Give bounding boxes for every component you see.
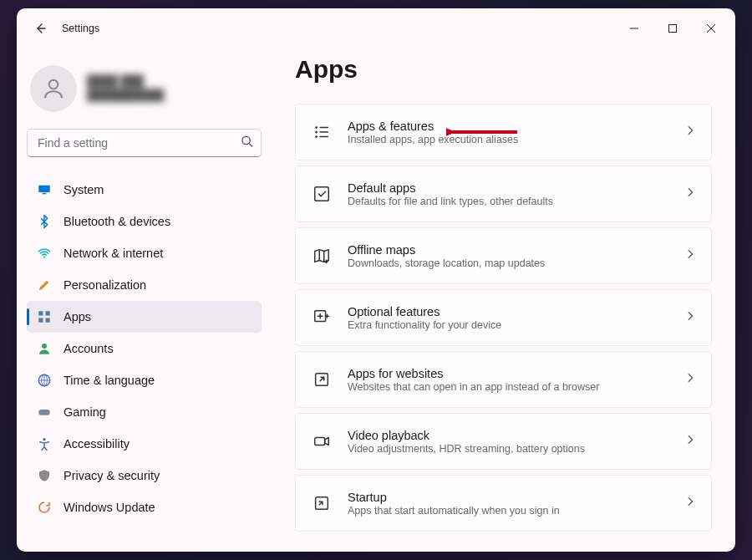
main-panel: Apps Apps & features Installed apps, app…: [272, 48, 735, 552]
card-desc: Installed apps, app execution aliases: [348, 134, 684, 145]
card-title: Optional features: [348, 305, 684, 318]
shield-icon: [37, 468, 52, 483]
card-desc: Defaults for file and link types, other …: [348, 196, 684, 207]
settings-window: Settings ██: [17, 8, 735, 552]
card-title: Apps & features: [348, 120, 684, 133]
minimize-button[interactable]: [615, 15, 653, 42]
video-icon: [311, 430, 333, 452]
maximize-icon: [668, 24, 677, 33]
card-desc: Video adjustments, HDR streaming, batter…: [348, 443, 684, 455]
svg-rect-0: [669, 25, 677, 33]
card-title: Default apps: [348, 181, 684, 195]
list-icon: [311, 121, 333, 143]
svg-rect-13: [38, 410, 50, 415]
card-text: Startup Apps that start automatically wh…: [348, 491, 684, 517]
chevron-right-icon: [684, 186, 696, 201]
chevron-right-icon: [684, 310, 696, 325]
sidebar-item-windows-update[interactable]: Windows Update: [27, 491, 262, 523]
sidebar-item-label: Personalization: [64, 278, 146, 292]
card-title: Apps for websites: [348, 367, 684, 380]
window-title: Settings: [62, 23, 99, 34]
svg-rect-19: [315, 187, 329, 201]
svg-point-1: [49, 80, 58, 89]
svg-rect-22: [315, 437, 325, 445]
card-title: Startup: [348, 491, 684, 504]
minimize-icon: [630, 24, 638, 33]
card-text: Offline maps Downloads, storage location…: [348, 243, 684, 269]
check-square-icon: [311, 183, 333, 205]
svg-rect-4: [43, 193, 47, 195]
card-apps-for-websites[interactable]: Apps for websites Websites that can open…: [295, 351, 712, 408]
content-area: ████ ███ ██████████ System Bluetooth & d…: [17, 48, 735, 552]
card-text: Apps for websites Websites that can open…: [348, 367, 684, 393]
svg-point-17: [315, 135, 318, 138]
svg-rect-7: [46, 311, 50, 315]
sidebar-item-accounts[interactable]: Accounts: [27, 333, 262, 364]
close-button[interactable]: [692, 15, 730, 42]
card-text: Optional features Extra functionality fo…: [348, 305, 684, 331]
card-desc: Apps that start automatically when you s…: [348, 505, 684, 517]
svg-point-5: [43, 256, 45, 257]
sidebar-item-gaming[interactable]: Gaming: [27, 396, 262, 428]
user-name-email: ████ ███ ██████████: [87, 74, 164, 103]
caption-controls: [615, 15, 730, 42]
monitor-icon: [37, 182, 52, 197]
maximize-button[interactable]: [653, 15, 692, 42]
card-apps-features[interactable]: Apps & features Installed apps, app exec…: [295, 104, 712, 160]
search-icon: [241, 135, 253, 151]
sidebar-item-accessibility[interactable]: Accessibility: [27, 428, 262, 460]
card-desc: Extra functionality for your device: [348, 319, 684, 331]
person-icon: [41, 76, 66, 101]
sidebar-item-label: Accounts: [64, 342, 114, 355]
card-startup[interactable]: Startup Apps that start automatically wh…: [295, 475, 712, 532]
card-desc: Websites that can open in an app instead…: [348, 381, 684, 393]
search-wrap: [27, 129, 262, 157]
sidebar-item-label: Accessibility: [64, 437, 130, 451]
card-text: Video playback Video adjustments, HDR st…: [348, 429, 684, 455]
chevron-right-icon: [684, 248, 696, 263]
sidebar-item-label: Apps: [64, 310, 91, 323]
chevron-right-icon: [684, 434, 696, 449]
gamepad-icon: [37, 405, 52, 420]
sidebar-item-personalization[interactable]: Personalization: [27, 269, 262, 301]
svg-point-16: [315, 131, 318, 134]
chevron-right-icon: [684, 125, 696, 140]
sidebar-item-network-internet[interactable]: Network & internet: [27, 237, 262, 269]
svg-rect-6: [38, 311, 43, 315]
brush-icon: [37, 277, 52, 293]
card-title: Video playback: [348, 429, 684, 442]
svg-rect-8: [38, 318, 43, 323]
startup-icon: [311, 492, 333, 514]
sidebar-item-privacy-security[interactable]: Privacy & security: [27, 460, 262, 491]
sidebar-item-time-language[interactable]: Time & language: [27, 364, 262, 396]
svg-point-2: [242, 136, 250, 144]
page-title: Apps: [295, 55, 712, 84]
card-title: Offline maps: [348, 243, 684, 257]
card-default-apps[interactable]: Default apps Defaults for file and link …: [295, 165, 712, 222]
person-icon: [37, 341, 52, 356]
svg-point-10: [42, 344, 47, 349]
sidebar-item-system[interactable]: System: [27, 174, 262, 206]
grid-icon: [37, 309, 52, 324]
chevron-right-icon: [684, 372, 696, 387]
sidebar-item-label: Network & internet: [64, 247, 163, 260]
sidebar: ████ ███ ██████████ System Bluetooth & d…: [17, 48, 272, 552]
sidebar-item-label: Gaming: [64, 405, 106, 419]
svg-rect-9: [46, 318, 50, 323]
sidebar-item-label: Bluetooth & devices: [64, 215, 170, 228]
sidebar-item-apps[interactable]: Apps: [27, 301, 262, 333]
arrow-left-icon: [33, 22, 47, 35]
update-icon: [37, 500, 52, 515]
close-icon: [707, 24, 715, 33]
open-app-icon: [311, 369, 333, 390]
search-input[interactable]: [27, 129, 262, 157]
card-optional-features[interactable]: Optional features Extra functionality fo…: [295, 289, 712, 346]
card-video-playback[interactable]: Video playback Video adjustments, HDR st…: [295, 413, 712, 470]
user-block[interactable]: ████ ███ ██████████: [27, 59, 262, 127]
sidebar-item-bluetooth-devices[interactable]: Bluetooth & devices: [27, 206, 262, 237]
back-button[interactable]: [28, 17, 52, 40]
card-offline-maps[interactable]: Offline maps Downloads, storage location…: [295, 227, 712, 284]
chevron-right-icon: [684, 496, 696, 511]
sidebar-item-label: System: [64, 183, 104, 196]
wifi-icon: [37, 246, 52, 261]
